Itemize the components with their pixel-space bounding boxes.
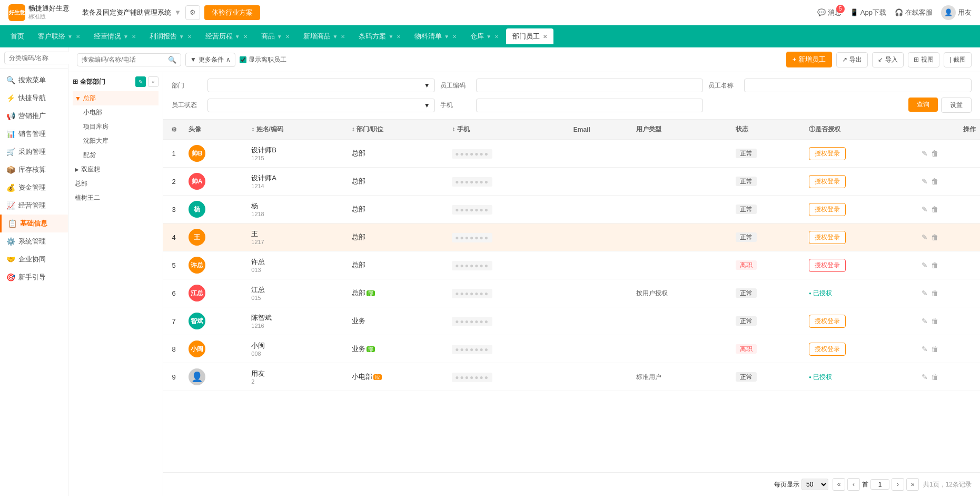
prev-page-button[interactable]: ‹ — [847, 478, 860, 491]
empcode-input[interactable] — [476, 79, 704, 92]
sidebar-item-basic-info[interactable]: 📋 基础信息 — [0, 215, 68, 232]
page-number-input[interactable] — [870, 479, 889, 490]
query-button[interactable]: 查询 — [908, 98, 938, 112]
auth-button[interactable]: 授权登录 — [809, 203, 846, 216]
delete-button[interactable]: 🗑 — [931, 177, 938, 186]
auth-button[interactable]: 授权登录 — [809, 343, 846, 356]
view-button[interactable]: ⊞ 视图 — [908, 52, 939, 67]
empcode-text-input[interactable] — [481, 82, 699, 89]
import-button[interactable]: ↙ 导入 — [872, 52, 904, 67]
last-page-button[interactable]: » — [906, 478, 919, 491]
auth-button[interactable]: 授权登录 — [809, 175, 846, 188]
next-page-button[interactable]: › — [892, 478, 904, 491]
message-button[interactable]: 💬 消息 5 — [817, 8, 842, 17]
empname-text-input[interactable] — [749, 82, 967, 89]
collapse-button[interactable]: « — [148, 76, 159, 87]
auth-button[interactable]: 授权登录 — [809, 315, 846, 328]
tab-add-goods[interactable]: 新增商品 ▼ ✕ — [297, 28, 352, 44]
tab-bom-close[interactable]: ✕ — [452, 34, 457, 40]
tab-barcode-close[interactable]: ✕ — [397, 34, 401, 40]
app-download-button[interactable]: 📱 App下载 — [850, 8, 886, 17]
empstatus-select[interactable]: ▼ — [207, 99, 435, 112]
delete-button[interactable]: 🗑 — [931, 289, 938, 297]
add-employee-button[interactable]: + 新增员工 — [786, 52, 832, 67]
sidebar-item-sales[interactable]: 📊 销售管理 — [0, 125, 68, 143]
search-icon-btn[interactable]: 🔍 — [168, 56, 176, 64]
edit-button[interactable]: ✎ — [922, 233, 928, 241]
edit-button[interactable]: ✎ — [922, 205, 928, 213]
col-settings[interactable]: ⚙ — [163, 120, 184, 140]
sidebar-item-business[interactable]: 📈 经营管理 — [0, 197, 68, 215]
sidebar-item-system[interactable]: ⚙️ 系统管理 — [0, 232, 68, 250]
tab-bom[interactable]: 物料清单 ▼ ✕ — [408, 28, 463, 44]
auth-button[interactable]: 授权登录 — [809, 231, 846, 244]
tab-profit-close[interactable]: ✕ — [187, 34, 192, 40]
tab-operations-close[interactable]: ✕ — [132, 34, 136, 40]
dept-edit-button[interactable]: ✎ — [135, 76, 146, 87]
tab-barcode[interactable]: 条码方案 ▼ ✕ — [352, 28, 407, 44]
delete-button[interactable]: 🗑 — [931, 317, 938, 325]
user-menu[interactable]: 👤 用友 — [941, 5, 972, 20]
delete-button[interactable]: 🗑 — [931, 149, 938, 158]
col-phone[interactable]: ↕ 手机 — [448, 120, 569, 140]
reset-button[interactable]: 设置 — [941, 98, 972, 113]
sidebar-item-inventory[interactable]: 📦 库存核算 — [0, 161, 68, 179]
sidebar-item-purchase[interactable]: 🛒 采购管理 — [0, 143, 68, 161]
tab-department-close[interactable]: ✕ — [543, 34, 547, 40]
screenshot-button[interactable]: | 截图 — [944, 52, 972, 67]
tab-goods-close[interactable]: ✕ — [285, 34, 290, 40]
first-page-button[interactable]: « — [833, 478, 845, 491]
edit-button[interactable]: ✎ — [922, 177, 928, 186]
dept-select[interactable]: ▼ — [207, 79, 435, 92]
col-name[interactable]: ↕ 姓名/编码 — [247, 120, 348, 140]
edit-button[interactable]: ✎ — [922, 373, 928, 381]
show-resigned-checkbox-label[interactable]: 显示离职员工 — [240, 55, 286, 64]
sidebar-item-guide[interactable]: 🎯 新手引导 — [0, 268, 68, 286]
edit-button[interactable]: ✎ — [922, 149, 928, 158]
tree-item-zhishu[interactable]: 植树王二 — [73, 191, 159, 205]
phone-input[interactable] — [476, 99, 704, 112]
sidebar-item-quicknav[interactable]: ⚡ 快捷导航 — [0, 89, 68, 107]
tree-item-xiaodibu[interactable]: 小电部 — [81, 105, 159, 120]
online-support-button[interactable]: 🎧 在线客服 — [895, 8, 933, 17]
tree-item-shipping[interactable]: 配货 — [81, 148, 159, 162]
tab-warehouse[interactable]: 仓库 ▼ ✕ — [464, 28, 505, 44]
auth-button[interactable]: 授权登录 — [809, 259, 846, 272]
trial-button[interactable]: 体验行业方案 — [204, 5, 260, 20]
sidebar-item-marketing[interactable]: 📢 营销推广 — [0, 107, 68, 125]
delete-button[interactable]: 🗑 — [931, 205, 938, 213]
delete-button[interactable]: 🗑 — [931, 233, 938, 241]
col-dept[interactable]: ↕ 部门/职位 — [348, 120, 448, 140]
edit-button[interactable]: ✎ — [922, 317, 928, 325]
tree-item-headquarter[interactable]: ▼ 总部 — [73, 91, 159, 105]
tree-item-shuangzuo[interactable]: ▶ 双座想 — [73, 162, 159, 177]
sidebar-item-collab[interactable]: 🤝 企业协同 — [0, 250, 68, 268]
edit-button[interactable]: ✎ — [922, 289, 928, 297]
tab-department[interactable]: 部门员工 ✕ — [506, 28, 553, 44]
page-size-select[interactable]: 50 100 200 — [801, 479, 828, 490]
tab-warehouse-close[interactable]: ✕ — [494, 34, 499, 40]
tab-history-close[interactable]: ✕ — [243, 34, 248, 40]
empname-input[interactable] — [744, 79, 972, 92]
sidebar-item-search[interactable]: 🔍 搜索菜单 — [0, 71, 68, 89]
show-resigned-checkbox[interactable] — [240, 56, 246, 63]
search-input[interactable] — [82, 56, 166, 63]
filter-button[interactable]: ▼ 更多条件 ∧ — [185, 53, 235, 67]
tab-goods[interactable]: 商品 ▼ ✕ — [255, 28, 296, 44]
sidebar-item-finance[interactable]: 💰 资金管理 — [0, 179, 68, 197]
delete-button[interactable]: 🗑 — [931, 261, 938, 269]
gear-button[interactable]: ⚙ — [185, 5, 200, 20]
auth-button[interactable]: 授权登录 — [809, 147, 846, 160]
tab-home[interactable]: 首页 — [4, 28, 31, 44]
tab-customer-close[interactable]: ✕ — [76, 34, 80, 40]
delete-button[interactable]: 🗑 — [931, 345, 938, 353]
tree-item-shenyang[interactable]: 沈阳大库 — [81, 134, 159, 148]
tab-operations[interactable]: 经营情况 ▼ ✕ — [87, 28, 142, 44]
tab-profit[interactable]: 利润报告 ▼ ✕ — [143, 28, 198, 44]
edit-button[interactable]: ✎ — [922, 261, 928, 269]
system-dropdown-arrow[interactable]: ▼ — [174, 8, 181, 16]
export-button[interactable]: ↗ 导出 — [836, 52, 868, 67]
phone-text-input[interactable] — [481, 102, 699, 109]
tree-item-zongbu[interactable]: 总部 — [73, 177, 159, 191]
tab-customer[interactable]: 客户联络 ▼ ✕ — [32, 28, 86, 44]
